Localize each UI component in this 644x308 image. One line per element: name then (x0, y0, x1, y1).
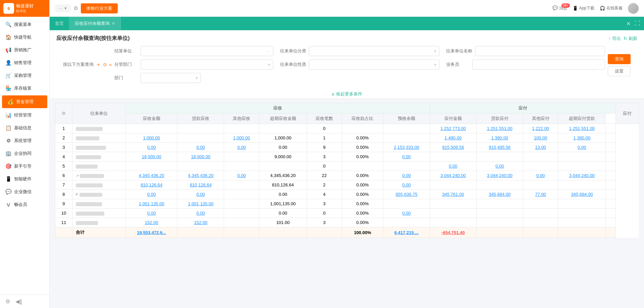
td-val-link[interactable]: 0.00 (177, 143, 224, 152)
settings-bottom-icon[interactable]: ⚙ (5, 298, 10, 305)
td-val[interactable] (125, 162, 177, 171)
td-val[interactable] (430, 209, 476, 218)
td-val[interactable] (558, 218, 606, 227)
filter-salesman-input[interactable]: ··· (472, 59, 605, 70)
td-val[interactable] (558, 199, 606, 209)
sidebar-item-hardware[interactable]: 📱 智能硬件 (0, 173, 49, 185)
filter-customer-name-input[interactable] (475, 46, 605, 56)
filter-edit-icon[interactable]: ⊙ (103, 62, 107, 67)
user-avatar[interactable] (628, 3, 639, 14)
td-val-link[interactable]: 0.00 (224, 171, 259, 180)
td-val[interactable] (224, 209, 259, 218)
table-gear-icon[interactable]: ⚙ (62, 111, 66, 116)
filter-dept-input[interactable]: ▾ (141, 73, 201, 83)
filter-customer-nature-input[interactable]: ▾ (309, 59, 439, 70)
sidebar-item-sales[interactable]: 👤 销售管理 (0, 56, 49, 69)
td-val[interactable] (476, 152, 523, 162)
td-val-link[interactable]: 0.00 (125, 143, 177, 152)
app-download-btn[interactable]: 📱 App下载 (573, 5, 594, 11)
td-val-link[interactable]: 3,044,240.00 (476, 171, 523, 180)
th-gear[interactable]: ⚙ (55, 103, 72, 124)
td-val[interactable] (383, 199, 430, 209)
topbar-path[interactable]: ··· ▾ (55, 4, 71, 12)
tab-close-icon[interactable]: ✕ (112, 21, 115, 26)
topbar-gear-icon[interactable]: ⚙ (73, 5, 78, 11)
td-val-link[interactable]: 18,000.00 (177, 152, 224, 162)
footer-receivable-total[interactable]: 19,553,472,6... (125, 227, 177, 238)
td-val-link[interactable]: 0.00 (125, 190, 177, 199)
td-val-link[interactable]: 13.00 (523, 143, 558, 152)
td-val-link[interactable]: 915,508.56 (430, 143, 476, 152)
filter-collapse-icon[interactable]: « (109, 62, 112, 67)
td-val[interactable] (383, 124, 430, 133)
td-val[interactable] (383, 162, 430, 171)
td-val[interactable] (224, 218, 259, 227)
td-val-link[interactable]: 0.00 (383, 209, 430, 218)
export-button[interactable]: ↑ 导出 (609, 36, 621, 42)
td-val-link[interactable]: 1,251,551.00 (558, 124, 606, 133)
td-val[interactable] (430, 218, 476, 227)
td-val[interactable] (224, 162, 259, 171)
expand-tab-icon[interactable]: ⛶ (635, 20, 640, 27)
filter-collapse-btn[interactable]: ∧ 收起更多条件 (56, 90, 637, 98)
td-val[interactable] (224, 190, 259, 199)
td-val[interactable] (177, 124, 224, 133)
td-val[interactable] (383, 218, 430, 227)
td-val-link[interactable]: 0.00 (177, 209, 224, 218)
close-all-tab-icon[interactable]: ✕ (626, 20, 631, 27)
td-val[interactable] (224, 124, 259, 133)
sidebar-item-marketing[interactable]: 📢 营销推广 (0, 44, 49, 56)
sidebar-item-capital[interactable]: 💰 资金管理 (2, 95, 47, 108)
messages-btn[interactable]: 💬 消息 99+ (552, 5, 567, 11)
sidebar-item-corp[interactable]: 🏢 企业协同 (0, 147, 49, 160)
td-val-link[interactable]: 1,000.00 (125, 133, 177, 143)
sidebar-item-guide[interactable]: 🎯 新手引导 (0, 160, 49, 173)
td-val-link[interactable]: 345,684.00 (558, 190, 606, 199)
td-val[interactable] (224, 152, 259, 162)
sidebar-item-member[interactable]: V 畅会员 (0, 198, 49, 211)
sidebar-item-operation[interactable]: 📊 经营管理 (0, 109, 49, 122)
td-val[interactable] (523, 218, 558, 227)
sidebar-item-base[interactable]: 📋 基础信息 (0, 122, 49, 134)
td-val[interactable] (430, 152, 476, 162)
td-val-link[interactable]: 2,153,333.00 (383, 143, 430, 152)
td-val-link[interactable]: 4,345,436.20 (125, 171, 177, 180)
td-val-link[interactable]: 0.00 (523, 171, 558, 180)
cta-button[interactable]: 体验行业方案 (81, 3, 118, 13)
td-val-link[interactable]: 1,000.00 (224, 133, 259, 143)
td-val-link[interactable]: 1,390.00 (476, 133, 523, 143)
td-val-link[interactable]: 1,001,135.00 (125, 199, 177, 209)
td-val-link[interactable]: 77.00 (523, 190, 558, 199)
sidebar-item-inventory[interactable]: 🏪 库存核算 (0, 82, 49, 95)
td-val[interactable] (558, 162, 606, 171)
td-val[interactable] (523, 199, 558, 209)
td-val[interactable] (224, 199, 259, 209)
td-val-link[interactable]: 0.00 (558, 143, 606, 152)
tab-receivable[interactable]: 应收应付余额查询 ✕ (69, 17, 121, 30)
sidebar-item-purchase[interactable]: 🛒 采购管理 (0, 69, 49, 82)
td-val-link[interactable]: 0.00 (383, 171, 430, 180)
td-val-link[interactable]: 1,252,773.00 (430, 124, 476, 133)
td-val-link[interactable]: 345,684.00 (476, 190, 523, 199)
td-val-link[interactable]: 810,126.64 (177, 180, 224, 190)
td-val-link[interactable]: 4,345,436.20 (177, 171, 224, 180)
td-val[interactable] (125, 124, 177, 133)
filter-settlement-input[interactable]: ··· (141, 46, 273, 56)
query-button[interactable]: 查询 (608, 54, 631, 64)
td-val[interactable] (476, 199, 523, 209)
settings-button[interactable]: 设置 (608, 66, 631, 76)
td-val-link[interactable]: 0.00 (177, 190, 224, 199)
td-val[interactable] (476, 180, 523, 190)
td-val[interactable] (558, 209, 606, 218)
sidebar-item-quick-nav[interactable]: 🏠 快捷导航 (0, 31, 49, 44)
table-container[interactable]: ⚙ 往来单位 应收 应付 应付 应收金额 贷款应收 其他应收 超期应收金额 应收… (50, 99, 644, 308)
td-val-link[interactable]: 1,490.00 (430, 133, 476, 143)
td-val[interactable] (523, 152, 558, 162)
filter-customer-type-input[interactable]: ▾ (309, 46, 439, 56)
td-val-link[interactable]: 18,000.00 (125, 152, 177, 162)
td-val-link[interactable]: 1,001,135.00 (177, 199, 224, 209)
td-val-link[interactable]: 1,251,551.00 (476, 124, 523, 133)
td-val-link[interactable]: 3,044,240.00 (558, 171, 606, 180)
td-val[interactable] (476, 209, 523, 218)
footer-payable-total[interactable]: -654,751.40 (430, 227, 476, 238)
